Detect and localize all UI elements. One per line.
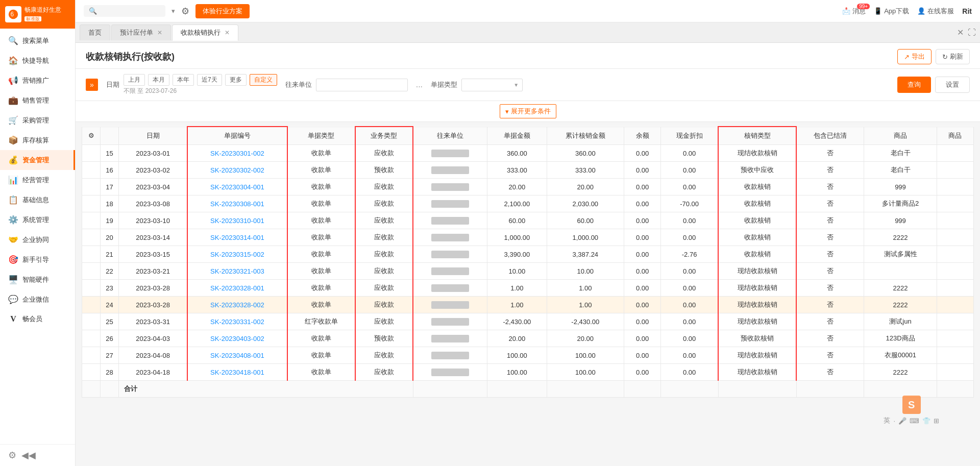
sidebar-item-wechat[interactable]: 💬 企业微信 (0, 289, 75, 309)
collapse-icon[interactable]: ◀◀ (21, 450, 36, 461)
table-cell: 应收款 (355, 246, 413, 263)
table-row: 182023-03-08SK-20230308-001收款单应收款███████… (82, 195, 974, 212)
table-cell (82, 347, 101, 364)
col-settings[interactable]: ⚙ (82, 127, 101, 145)
sidebar-item-finance[interactable]: 💰 资金管理 (0, 150, 75, 170)
table-cell (937, 229, 973, 246)
export-button[interactable]: ↗ 导出 (897, 49, 932, 64)
voucher-link[interactable]: SK-20230315-002 (210, 251, 264, 258)
table-cell[interactable]: SK-20230302-002 (187, 162, 287, 179)
date-btn-more[interactable]: 更多 (225, 74, 247, 86)
topbar-user[interactable]: Rit (962, 7, 972, 15)
query-button[interactable]: 查询 (897, 77, 931, 93)
counterpart-filter-label: 往来单位 (285, 80, 312, 89)
table-cell: 收款单 (287, 280, 355, 297)
table-body: 152023-03-01SK-20230301-002收款单应收款███████… (82, 145, 974, 381)
table-cell[interactable]: SK-20230328-001 (187, 280, 287, 297)
topbar-service[interactable]: 👤 在线客服 (917, 7, 954, 16)
table-row: 242023-03-28SK-20230328-002收款单应收款███████… (82, 297, 974, 313)
tabbar-close-icon[interactable]: ✕ (957, 28, 964, 37)
table-cell[interactable]: SK-20230408-001 (187, 347, 287, 364)
table-cell[interactable]: SK-20230310-001 (187, 212, 287, 229)
voucher-link[interactable]: SK-20230328-001 (210, 284, 264, 292)
sidebar-item-guide[interactable]: 🎯 新手引导 (0, 250, 75, 269)
topbar-app-download[interactable]: 📱 App下载 (874, 7, 909, 16)
sidebar-item-inventory[interactable]: 📦 库存核算 (0, 130, 75, 150)
counterpart-input[interactable] (316, 79, 408, 91)
voucher-link[interactable]: SK-20230302-002 (210, 166, 264, 174)
filter-toggle-button[interactable]: » (86, 79, 98, 91)
refresh-button[interactable]: ↻ 刷新 (936, 49, 970, 64)
table-cell: 2023-03-14 (119, 229, 188, 246)
table-cell: 10.00 (487, 263, 547, 280)
topbar-dropdown-icon[interactable]: ▾ (172, 7, 175, 15)
wm-icon-shirt: 👕 (922, 417, 930, 425)
tabbar-expand-icon[interactable]: ⛶ (968, 28, 976, 37)
table-cell[interactable]: SK-20230315-002 (187, 246, 287, 263)
sidebar-item-system[interactable]: ⚙️ 系统管理 (0, 210, 75, 230)
table-cell[interactable]: SK-20230331-002 (187, 313, 287, 330)
tab-prepay[interactable]: 预计应付单 ✕ (111, 24, 171, 40)
wm-icon-mic: 🎤 (898, 417, 906, 425)
voucher-link[interactable]: SK-20230301-002 (210, 150, 264, 157)
col-settings-icon[interactable]: ⚙ (88, 132, 94, 139)
voucher-link[interactable]: SK-20230308-001 (210, 200, 264, 208)
table-cell[interactable]: SK-20230418-001 (187, 364, 287, 381)
tab-collect[interactable]: 收款核销执行 ✕ (172, 24, 238, 41)
sidebar-label-collab: 企业协同 (22, 235, 49, 244)
date-btn-7days[interactable]: 近7天 (197, 74, 222, 86)
sidebar-item-operation[interactable]: 📊 经营管理 (0, 170, 75, 190)
voucher-link[interactable]: SK-20230321-003 (210, 267, 264, 275)
voucher-type-select[interactable] (461, 79, 523, 91)
date-btn-this-month[interactable]: 本月 (148, 74, 169, 86)
filter-counterpart-group: 往来单位 (285, 79, 408, 91)
filter-ellipsis[interactable]: ... (416, 80, 423, 89)
voucher-link[interactable]: SK-20230304-001 (210, 183, 264, 191)
table-cell[interactable]: SK-20230304-001 (187, 179, 287, 195)
table-cell[interactable]: SK-20230308-001 (187, 195, 287, 212)
sidebar-item-hardware[interactable]: 🖥️ 智能硬件 (0, 269, 75, 289)
table-cell: ████████ (413, 263, 487, 280)
table-container[interactable]: ⚙ 日期 单据编号 单据类型 业务类型 往来单位 单据金额 累计核销金额 余额 … (76, 122, 980, 466)
expand-conditions-button[interactable]: ▾ 展开更多条件 (500, 104, 556, 118)
tab-home[interactable]: 首页 (80, 24, 110, 40)
sidebar-item-marketing[interactable]: 📢 营销推广 (0, 70, 75, 90)
sidebar-item-purchase[interactable]: 🛒 采购管理 (0, 110, 75, 130)
sidebar-item-basic[interactable]: 📋 基础信息 (0, 190, 75, 210)
table-cell[interactable]: SK-20230301-002 (187, 145, 287, 162)
table-cell[interactable]: SK-20230321-003 (187, 263, 287, 280)
settings-icon[interactable]: ⚙ (8, 450, 16, 461)
topbar-search[interactable]: 🔍 (84, 5, 165, 17)
tabbar-right: ✕ ⛶ (957, 28, 976, 37)
sidebar-item-quick[interactable]: 🏠 快捷导航 (0, 51, 75, 70)
setting-button[interactable]: 设置 (935, 77, 970, 93)
voucher-link[interactable]: SK-20230310-001 (210, 217, 264, 225)
voucher-link[interactable]: SK-20230418-001 (210, 369, 264, 376)
tab-prepay-close[interactable]: ✕ (157, 29, 162, 36)
sidebar-label-hardware: 智能硬件 (22, 275, 49, 284)
table-cell: 收款单 (287, 179, 355, 195)
solution-button[interactable]: 体验行业方案 (195, 4, 250, 18)
sidebar-item-sales[interactable]: 💼 销售管理 (0, 90, 75, 110)
topbar-gear-icon[interactable]: ⚙ (181, 6, 189, 17)
voucher-link[interactable]: SK-20230331-002 (210, 318, 264, 326)
voucher-link[interactable]: SK-20230403-002 (210, 335, 264, 342)
table-cell: 否 (796, 297, 864, 313)
tab-collect-close[interactable]: ✕ (225, 29, 230, 36)
date-btn-last-month[interactable]: 上月 (124, 74, 145, 86)
table-cell[interactable]: SK-20230314-001 (187, 229, 287, 246)
voucher-link[interactable]: SK-20230408-001 (210, 352, 264, 359)
date-btn-custom[interactable]: 自定义 (250, 74, 277, 86)
sidebar-item-member[interactable]: V 畅会员 (0, 309, 75, 329)
table-cell: 26 (101, 330, 119, 347)
date-btn-this-year[interactable]: 本年 (173, 74, 194, 86)
voucher-link[interactable]: SK-20230314-001 (210, 234, 264, 241)
sidebar-item-collab[interactable]: 🤝 企业协同 (0, 230, 75, 250)
sidebar-item-search[interactable]: 🔍 搜索菜单 (0, 31, 75, 51)
table-cell: 应收款 (355, 263, 413, 280)
voucher-link[interactable]: SK-20230328-002 (210, 301, 264, 309)
topbar-message[interactable]: 📩 消息 99+ (842, 7, 866, 16)
app-label: App下载 (884, 7, 909, 16)
table-cell[interactable]: SK-20230328-002 (187, 297, 287, 313)
table-cell[interactable]: SK-20230403-002 (187, 330, 287, 347)
